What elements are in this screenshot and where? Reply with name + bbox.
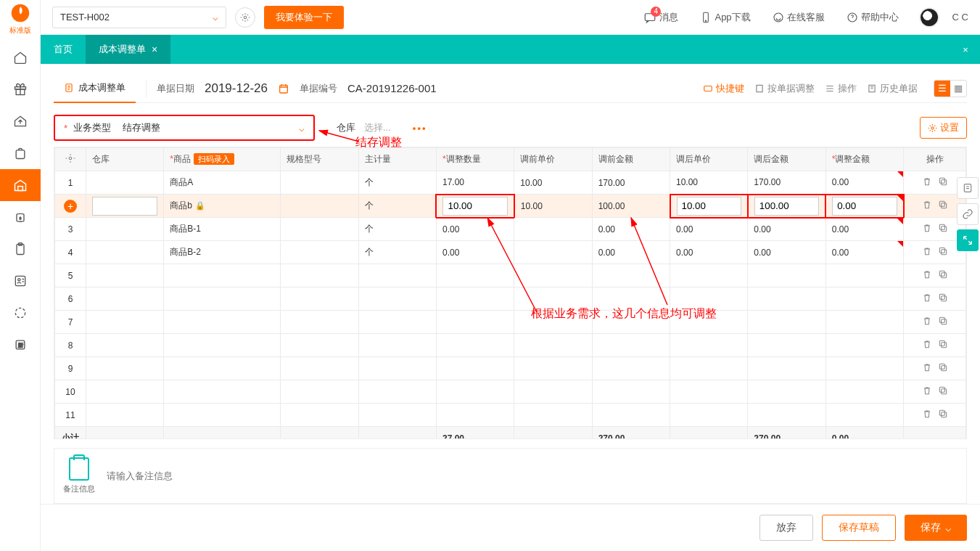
cell-spec[interactable] [281, 357, 358, 380]
cell-post-amt[interactable] [748, 404, 825, 427]
cell-post-amt[interactable]: 0.00 [748, 218, 825, 241]
cell-post-amt[interactable] [748, 311, 825, 334]
cell-adj[interactable] [825, 264, 903, 287]
nav-contact-icon[interactable] [0, 265, 41, 297]
warehouse-selector[interactable]: 仓库 选择... [337, 121, 391, 134]
cell-product[interactable]: 商品b🔒 [164, 195, 281, 218]
cell-warehouse[interactable] [86, 334, 163, 357]
post-price-input[interactable] [677, 197, 741, 216]
operations-link[interactable]: 操作 [825, 82, 857, 95]
cell-product[interactable]: 商品B-1 [164, 218, 281, 241]
cell-post-amt[interactable] [748, 334, 825, 357]
card-view-icon[interactable]: ▦ [950, 81, 966, 97]
tab-cost-adjustment[interactable]: 成本调整单 × [86, 35, 170, 64]
cell-spec[interactable] [281, 195, 358, 218]
cell-warehouse[interactable] [86, 380, 163, 404]
delete-row-icon[interactable] [922, 223, 932, 235]
delete-row-icon[interactable] [922, 176, 932, 189]
table-row[interactable]: 1商品A个17.0010.00170.0010.00170.000.00 [55, 171, 966, 195]
app-download-link[interactable]: App下载 [700, 11, 750, 24]
remark-input[interactable] [107, 470, 958, 481]
table-row[interactable]: 11 [55, 404, 966, 427]
cell-post-amt[interactable] [748, 287, 825, 311]
delete-row-icon[interactable] [922, 409, 932, 421]
cell-qty[interactable] [436, 334, 514, 357]
note-tool-icon[interactable] [957, 177, 979, 199]
cell-product[interactable] [164, 380, 281, 404]
cell-post-price[interactable] [670, 334, 748, 357]
support-link[interactable]: 在线客服 [773, 11, 825, 24]
cell-post-amt[interactable] [748, 357, 825, 380]
tab-close-icon[interactable]: × [152, 44, 157, 55]
copy-row-icon[interactable] [938, 409, 948, 421]
cell-spec[interactable] [281, 334, 358, 357]
copy-row-icon[interactable] [938, 293, 948, 305]
cell-qty[interactable] [436, 311, 514, 334]
table-row[interactable]: 9 [55, 357, 966, 380]
cell-spec[interactable] [281, 241, 358, 264]
copy-row-icon[interactable] [938, 362, 948, 375]
cell-qty[interactable]: 17.00 [436, 171, 514, 195]
cell-warehouse[interactable] [86, 287, 163, 311]
copy-row-icon[interactable] [938, 316, 948, 328]
expand-tool-icon[interactable] [957, 229, 979, 251]
cell-spec[interactable] [281, 380, 358, 404]
copy-row-icon[interactable] [938, 385, 948, 398]
nav-loading-icon[interactable] [0, 297, 41, 329]
nav-money-icon[interactable] [0, 201, 41, 233]
shortcut-link[interactable]: 快捷键 [703, 82, 744, 95]
cell-spec[interactable] [281, 264, 358, 287]
cell-adj[interactable]: 0.00 [825, 171, 903, 195]
cell-post-amt[interactable] [748, 380, 825, 404]
cell-product[interactable] [164, 311, 281, 334]
cell-product[interactable] [164, 287, 281, 311]
cell-product[interactable]: 商品B-2 [164, 241, 281, 264]
cell-post-amt[interactable] [748, 264, 825, 287]
scan-button[interactable]: 扫码录入 [194, 153, 234, 165]
cell-post-price[interactable]: 10.00 [670, 171, 748, 195]
user-avatar[interactable] [919, 7, 939, 28]
history-link[interactable]: 历史单据 [867, 82, 918, 95]
cell-qty[interactable] [436, 380, 514, 404]
nav-upload-icon[interactable] [0, 105, 41, 137]
copy-row-icon[interactable] [938, 269, 948, 282]
cell-qty[interactable] [436, 404, 514, 427]
cell-post-price[interactable]: 0.00 [670, 241, 748, 264]
cell-adj[interactable] [825, 311, 903, 334]
link-tool-icon[interactable] [957, 203, 979, 225]
cell-post-price[interactable]: 0.00 [670, 218, 748, 241]
cell-adj[interactable] [825, 334, 903, 357]
table-row[interactable]: +商品b🔒个10.00100.00 [55, 195, 966, 218]
more-filters[interactable]: ••• [413, 123, 427, 134]
column-settings-icon[interactable] [55, 148, 86, 171]
warehouse-input[interactable] [92, 197, 157, 216]
cell-adj[interactable] [825, 357, 903, 380]
cell-post-price[interactable] [670, 380, 748, 404]
nav-gift-icon[interactable] [0, 73, 41, 105]
business-type-selector[interactable]: * 业务类型 结存调整 ⌵ [54, 115, 315, 141]
cell-qty[interactable]: 0.00 [436, 218, 514, 241]
cell-warehouse[interactable] [86, 311, 163, 334]
cell-warehouse[interactable] [86, 357, 163, 380]
cell-spec[interactable] [281, 311, 358, 334]
delete-row-icon[interactable] [922, 200, 932, 212]
cell-post-price[interactable] [670, 404, 748, 427]
table-row[interactable]: 8 [55, 334, 966, 357]
delete-row-icon[interactable] [922, 293, 932, 305]
cell-post-amt[interactable]: 0.00 [748, 241, 825, 264]
org-selector[interactable]: TEST-H002 ⌵ [52, 7, 226, 28]
cell-adj[interactable]: 0.00 [825, 241, 903, 264]
table-row[interactable]: 6 [55, 287, 966, 311]
nav-new-icon[interactable]: 新 [0, 329, 41, 361]
try-button[interactable]: 我要体验一下 [264, 6, 344, 29]
close-all-tabs[interactable]: × [951, 35, 980, 64]
nav-clipboard-icon[interactable] [0, 233, 41, 265]
cell-post-price[interactable] [670, 357, 748, 380]
copy-row-icon[interactable] [938, 176, 948, 189]
cell-qty[interactable] [436, 287, 514, 311]
cell-post-amt[interactable]: 170.00 [748, 171, 825, 195]
help-link[interactable]: 帮助中心 [847, 11, 899, 24]
discard-button[interactable]: 放弃 [759, 515, 813, 541]
add-row-icon[interactable]: + [64, 200, 77, 213]
cell-warehouse[interactable] [86, 171, 163, 195]
